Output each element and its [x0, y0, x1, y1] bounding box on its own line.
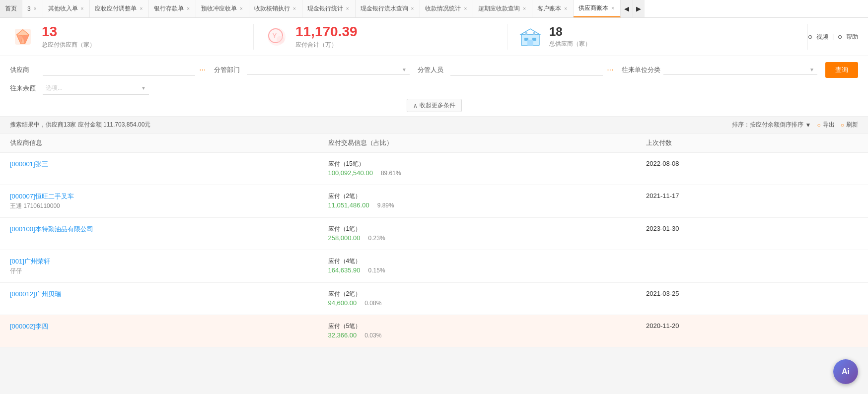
- table-header: 供应商信息 应付交易信息（占比） 上次付数: [0, 133, 868, 153]
- nav-tab-collection-review[interactable]: 收款核销执行 ×: [249, 0, 302, 17]
- nav-tab-collection-stats[interactable]: 收款情况统计 ×: [420, 0, 473, 17]
- filter-dept: 分管部门 ▼: [214, 65, 410, 75]
- svg-rect-13: [527, 40, 533, 46]
- supplier-link[interactable]: [000012]广州贝瑞: [10, 290, 61, 298]
- nav-tab-3[interactable]: 3 ×: [22, 0, 43, 17]
- last-pay-cell: 2023-01-30: [646, 225, 858, 232]
- filter-person-dots[interactable]: ···: [607, 66, 613, 74]
- tx-percent: 0.08%: [364, 300, 381, 307]
- filter-area: 供应商 ··· 分管部门 ▼ 分管人员 ··· 往来单位分类 ▼ 查询 往来: [0, 56, 868, 117]
- result-info: 搜索结果中，供应商13家 应付金额 111,703,854.00元: [10, 121, 150, 129]
- supplier-cell: [000100]本特勤油品有限公司: [10, 225, 328, 234]
- last-pay-date: 2022-08-08: [646, 160, 679, 167]
- tx-label: 应付（1笔）: [328, 225, 647, 233]
- nav-tab-supplier-account-close[interactable]: ×: [610, 5, 615, 11]
- tx-amount[interactable]: 164,635.90: [328, 266, 361, 274]
- nav-tab-advance-offset-close[interactable]: ×: [239, 6, 244, 11]
- ap-total-number: 11,170.39: [295, 25, 358, 39]
- table-row: [000100]本特勤油品有限公司 应付（1笔） 258,000.00 0.23…: [0, 218, 868, 250]
- filter-supplier: 供应商 ···: [10, 65, 206, 76]
- tx-amount[interactable]: 32,366.00: [328, 331, 357, 339]
- tx-label: 应付（15笔）: [328, 160, 647, 168]
- filter-category: 往来单位分类 ▼: [622, 65, 818, 75]
- collapse-row: ∧ 收起更多条件: [10, 99, 858, 112]
- nav-tab-collection-stats-label: 收款情况统计: [425, 4, 461, 13]
- supplier-link[interactable]: [000001]张三: [10, 160, 48, 168]
- tx-label: 应付（2笔）: [328, 192, 647, 200]
- filter-balance-select[interactable]: 选项... ▼: [43, 82, 149, 95]
- help-link[interactable]: 帮助: [846, 33, 858, 41]
- tx-percent: 0.03%: [364, 332, 381, 339]
- main-table: 供应商信息 应付交易信息（占比） 上次付数 [000001]张三 应付（15笔）…: [0, 133, 868, 347]
- ap-suppliers-icon: [10, 24, 36, 50]
- stat-ap-suppliers: 13 总应付供应商（家）: [10, 24, 254, 50]
- nav-tab-home-label: 首页: [5, 4, 17, 13]
- filter-dept-arrow: ▼: [402, 67, 407, 72]
- nav-tab-supplier-account[interactable]: 供应商账本 ×: [574, 0, 621, 17]
- supplier-link[interactable]: [000007]恒旺二手叉车: [10, 193, 74, 200]
- filter-balance-label: 往来余额: [10, 84, 40, 93]
- sort-dropdown[interactable]: 排序：按应付余额倒序排序 ▼: [732, 121, 811, 129]
- filter-supplier-dots[interactable]: ···: [199, 66, 206, 74]
- help-icon: ⊙: [838, 34, 842, 40]
- svg-rect-15: [525, 32, 527, 35]
- filter-category-select[interactable]: ▼: [663, 65, 818, 75]
- nav-tab-ap-adjust[interactable]: 应收应付调整单 ×: [90, 0, 149, 17]
- tx-amount[interactable]: 94,600.00: [328, 299, 357, 307]
- filter-row-2: 往来余额 选项... ▼: [10, 82, 858, 95]
- nav-tab-customer-account-close[interactable]: ×: [563, 6, 568, 11]
- supplier-link[interactable]: [000100]本特勤油品有限公司: [10, 225, 93, 233]
- nav-tab-customer-account[interactable]: 客户账本 ×: [532, 0, 574, 17]
- nav-tab-collection-review-close[interactable]: ×: [292, 6, 297, 11]
- filter-category-label: 往来单位分类: [622, 66, 660, 74]
- nav-tab-3-close[interactable]: ×: [33, 6, 38, 11]
- nav-tab-ap-adjust-close[interactable]: ×: [139, 6, 144, 11]
- nav-arrow-left[interactable]: ◀: [621, 0, 633, 17]
- nav-tab-bank-deposit-close[interactable]: ×: [186, 6, 191, 11]
- last-pay-date: 2020-11-20: [646, 322, 679, 329]
- refresh-button[interactable]: ○ 刷新: [841, 121, 858, 129]
- nav-tab-other-income-label: 其他收入单: [48, 4, 78, 13]
- filter-dept-select[interactable]: ▼: [247, 65, 410, 75]
- result-bar: 搜索结果中，供应商13家 应付金额 111,703,854.00元 排序：按应付…: [0, 117, 868, 133]
- nav-tab-cash-bank-stats-close[interactable]: ×: [345, 6, 350, 11]
- nav-tab-other-income[interactable]: 其他收入单 ×: [43, 0, 90, 17]
- last-pay-date: 2021-11-17: [646, 192, 679, 199]
- supplier-link[interactable]: [001]广州荣轩: [10, 258, 50, 265]
- export-button[interactable]: ○ 导出: [817, 121, 835, 129]
- nav-tab-overdue-query[interactable]: 超期应收款查询 ×: [473, 0, 532, 17]
- query-button[interactable]: 查询: [825, 62, 858, 78]
- last-pay-date: 2021-03-25: [646, 290, 679, 297]
- nav-tab-ap-adjust-label: 应收应付调整单: [95, 4, 137, 13]
- nav-arrow-right[interactable]: ▶: [633, 0, 645, 17]
- supplier-link[interactable]: [000002]李四: [10, 323, 48, 330]
- tx-cell: 应付（2笔） 11,051,486.00 9.89%: [328, 192, 647, 210]
- nav-tab-overdue-query-close[interactable]: ×: [522, 6, 527, 11]
- tx-percent: 0.23%: [368, 235, 385, 242]
- collapse-icon: ∧: [413, 102, 418, 109]
- tx-amount[interactable]: 11,051,486.00: [328, 201, 369, 209]
- filter-supplier-input[interactable]: [43, 65, 195, 76]
- tx-label: 应付（2笔）: [328, 290, 647, 298]
- tx-amount[interactable]: 100,092,540.00: [328, 169, 373, 177]
- tx-cell: 应付（1笔） 258,000.00 0.23%: [328, 225, 647, 243]
- svg-marker-14: [520, 29, 540, 35]
- video-link[interactable]: 视频: [816, 33, 828, 41]
- tx-cell: 应付（4笔） 164,635.90 0.15%: [328, 257, 647, 275]
- nav-tab-other-income-close[interactable]: ×: [80, 6, 85, 11]
- nav-tab-advance-offset[interactable]: 预收冲应收单 ×: [196, 0, 249, 17]
- collapse-button[interactable]: ∧ 收起更多条件: [407, 99, 462, 112]
- nav-tab-home[interactable]: 首页: [0, 0, 22, 17]
- nav-tab-cash-bank-stats[interactable]: 现金银行统计 ×: [302, 0, 356, 17]
- nav-tab-bank-deposit[interactable]: 银行存款单 ×: [149, 0, 196, 17]
- tx-amount[interactable]: 258,000.00: [328, 234, 361, 242]
- svg-text:¥: ¥: [272, 32, 277, 40]
- nav-tab-cash-bank-flow[interactable]: 现金银行流水查询 ×: [356, 0, 421, 17]
- nav-tab-collection-stats-close[interactable]: ×: [463, 6, 468, 11]
- filter-dept-label: 分管部门: [214, 66, 244, 74]
- filter-person-input[interactable]: [450, 65, 603, 76]
- nav-tab-cash-bank-flow-close[interactable]: ×: [410, 6, 415, 11]
- total-suppliers-label: 总供应商（家）: [549, 40, 591, 48]
- table-row: [000007]恒旺二手叉车 王通 17106110000 应付（2笔） 11,…: [0, 185, 868, 218]
- refresh-icon: ○: [841, 122, 844, 129]
